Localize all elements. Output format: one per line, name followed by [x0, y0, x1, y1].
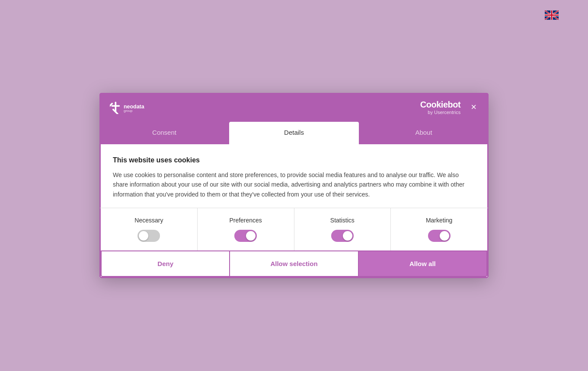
- necessary-thumb: [139, 231, 148, 241]
- statistics-track: [331, 230, 354, 242]
- toggle-marketing: Marketing: [391, 208, 487, 251]
- svg-text:group: group: [124, 109, 133, 113]
- svg-rect-2: [112, 105, 120, 107]
- statistics-toggle[interactable]: [331, 230, 354, 242]
- toggles-section: Necessary Preferences Stat: [99, 208, 489, 251]
- tab-about[interactable]: About: [359, 122, 489, 143]
- neodata-logo-icon: neodata group: [110, 100, 171, 114]
- preferences-label: Preferences: [229, 217, 262, 224]
- necessary-track: [137, 230, 160, 242]
- preferences-track: [234, 230, 257, 242]
- statistics-thumb: [343, 231, 352, 241]
- cookie-description: We use cookies to personalise content an…: [113, 170, 475, 199]
- cookiebot-brand-name: Cookiebot: [420, 100, 460, 110]
- modal-overlay: neodata group Cookiebot by Usercentrics …: [0, 0, 588, 371]
- dialog-header: neodata group Cookiebot by Usercentrics …: [99, 93, 489, 122]
- statistics-label: Statistics: [330, 217, 355, 224]
- tab-consent[interactable]: Consent: [99, 122, 229, 143]
- cookie-consent-dialog: neodata group Cookiebot by Usercentrics …: [99, 93, 489, 278]
- marketing-label: Marketing: [426, 217, 452, 224]
- marketing-toggle[interactable]: [428, 230, 451, 242]
- header-right: Cookiebot by Usercentrics ×: [420, 100, 478, 115]
- dialog-tabs: Consent Details About: [99, 122, 489, 144]
- cookiebot-sub-text: by Usercentrics: [428, 110, 460, 115]
- allow-all-button[interactable]: Allow all: [358, 251, 487, 277]
- preferences-toggle[interactable]: [234, 230, 257, 242]
- action-buttons: Deny Allow selection Allow all: [99, 251, 489, 278]
- allow-selection-button[interactable]: Allow selection: [230, 251, 358, 277]
- necessary-toggle[interactable]: [137, 230, 160, 242]
- necessary-label: Necessary: [134, 217, 163, 224]
- cookiebot-logo: Cookiebot by Usercentrics: [420, 100, 460, 115]
- deny-button[interactable]: Deny: [101, 251, 230, 277]
- marketing-track: [428, 230, 451, 242]
- marketing-thumb: [440, 231, 449, 241]
- tab-details[interactable]: Details: [229, 122, 359, 143]
- toggle-statistics: Statistics: [294, 208, 391, 251]
- close-button[interactable]: ×: [469, 101, 478, 114]
- toggle-necessary: Necessary: [101, 208, 198, 251]
- preferences-thumb: [246, 231, 256, 241]
- neodata-logo: neodata group: [110, 100, 171, 114]
- toggle-preferences: Preferences: [198, 208, 294, 251]
- dialog-body: This website uses cookies We use cookies…: [99, 144, 489, 208]
- cookie-title: This website uses cookies: [113, 156, 475, 164]
